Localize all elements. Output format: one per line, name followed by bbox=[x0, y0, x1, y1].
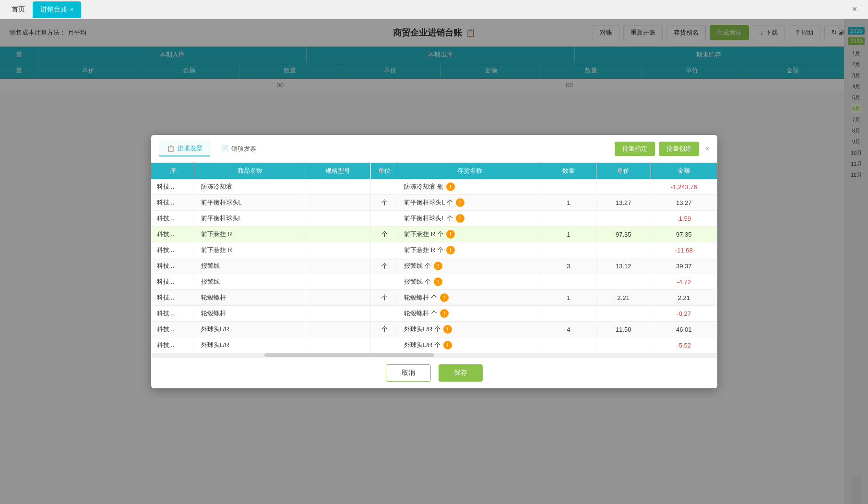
table-row[interactable]: 科技... 报警线 个 报警线 个 ! 3 13.12 39.37 bbox=[151, 258, 717, 274]
col-price: 单价 bbox=[596, 163, 651, 179]
cell-qty: 1 bbox=[541, 290, 596, 306]
col-unit: 单位 bbox=[371, 163, 398, 179]
warning-icon: ! bbox=[443, 325, 452, 334]
cell-unit: 个 bbox=[371, 290, 398, 306]
cell-company: 科技... bbox=[151, 179, 195, 195]
cell-price: 13.27 bbox=[596, 195, 651, 211]
cell-company: 科技... bbox=[151, 242, 195, 258]
cell-company: 科技... bbox=[151, 211, 195, 227]
modal-table[interactable]: 序 商品名称 规格型号 单位 存货名称 数量 单价 金额 科技... 防冻冷却液 bbox=[151, 163, 717, 353]
warning-icon: ! bbox=[456, 198, 464, 207]
tab-close-icon[interactable]: × bbox=[70, 6, 73, 13]
table-row[interactable]: 科技... 外球头L/R 个 外球头L/R 个 ! 4 11.50 46.01 bbox=[151, 322, 717, 337]
cell-storage: 报警线 个 ! bbox=[398, 258, 541, 274]
cell-spec bbox=[305, 179, 370, 195]
table-row[interactable]: 科技... 前平衡杆球头L 前平衡杆球头L 个 ! -1.59 bbox=[151, 211, 717, 227]
warning-icon: ! bbox=[446, 246, 455, 254]
cell-qty bbox=[541, 337, 596, 353]
cell-product: 外球头L/R bbox=[195, 322, 305, 337]
cell-product: 前平衡杆球头L bbox=[195, 195, 305, 211]
cell-spec bbox=[305, 242, 370, 258]
cell-product: 前平衡杆球头L bbox=[195, 211, 305, 227]
warning-icon: ! bbox=[456, 214, 464, 223]
cell-product: 轮毂螺杆 bbox=[195, 306, 305, 322]
warning-icon: ! bbox=[446, 182, 455, 191]
cell-amount: -1.59 bbox=[651, 211, 717, 227]
invoice-table: 序 商品名称 规格型号 单位 存货名称 数量 单价 金额 科技... 防冻冷却液 bbox=[151, 163, 717, 353]
warning-icon: ! bbox=[440, 293, 449, 302]
warning-icon: ! bbox=[440, 309, 449, 318]
modal-close-button[interactable]: × bbox=[705, 144, 709, 153]
cell-price bbox=[596, 242, 651, 258]
table-row[interactable]: 科技... 外球头L/R 外球头L/R 个 ! -5.52 bbox=[151, 337, 717, 353]
scrollbar-thumb[interactable] bbox=[264, 353, 434, 357]
cell-unit: 个 bbox=[371, 227, 398, 242]
cell-spec bbox=[305, 274, 370, 290]
tab-home[interactable]: 首页 bbox=[4, 1, 33, 18]
col-spec: 规格型号 bbox=[305, 163, 370, 179]
cell-product: 防冻冷却液 bbox=[195, 179, 305, 195]
modal-dialog: 📋 进项发票 📄 销项发票 批量指定 批量创建 × bbox=[151, 135, 717, 388]
warning-icon: ! bbox=[446, 230, 455, 239]
tab-ledger[interactable]: 进销台账 × bbox=[33, 1, 81, 18]
table-row[interactable]: 科技... 前平衡杆球头L 个 前平衡杆球头L 个 ! 1 13.27 13.2… bbox=[151, 195, 717, 211]
cell-storage: 前下悬挂 R 个 ! bbox=[398, 242, 541, 258]
cell-company: 科技... bbox=[151, 337, 195, 353]
modal-header-buttons: 批量指定 批量创建 bbox=[615, 142, 699, 156]
cell-storage: 前平衡杆球头L 个 ! bbox=[398, 195, 541, 211]
tab-input-invoice[interactable]: 📋 进项发票 bbox=[159, 141, 211, 156]
cell-product: 报警线 bbox=[195, 258, 305, 274]
col-company: 序 bbox=[151, 163, 195, 179]
cell-storage: 轮毂螺杆 个 ! bbox=[398, 306, 541, 322]
table-row[interactable]: 科技... 防冻冷却液 防冻冷却液 瓶 ! -1,243.76 bbox=[151, 179, 717, 195]
cell-company: 科技... bbox=[151, 274, 195, 290]
table-row[interactable]: 科技... 轮毂螺杆 轮毂螺杆 个 ! -0.27 bbox=[151, 306, 717, 322]
cell-spec bbox=[305, 306, 370, 322]
cell-qty: 4 bbox=[541, 322, 596, 337]
cell-amount: -5.52 bbox=[651, 337, 717, 353]
cell-amount: 13.27 bbox=[651, 195, 717, 211]
tab-output-invoice[interactable]: 📄 销项发票 bbox=[213, 141, 264, 156]
cell-company: 科技... bbox=[151, 306, 195, 322]
col-qty: 数量 bbox=[541, 163, 596, 179]
cell-qty: 3 bbox=[541, 258, 596, 274]
cell-spec bbox=[305, 227, 370, 242]
cell-spec bbox=[305, 290, 370, 306]
horizontal-scrollbar[interactable] bbox=[152, 353, 717, 357]
cell-storage: 报警线 个 ! bbox=[398, 274, 541, 290]
cell-spec bbox=[305, 322, 370, 337]
cell-amount: 2.21 bbox=[651, 290, 717, 306]
table-row[interactable]: 科技... 报警线 报警线 个 ! -4.72 bbox=[151, 274, 717, 290]
table-row[interactable]: 科技... 前下悬挂 R 前下悬挂 R 个 ! -11.68 bbox=[151, 242, 717, 258]
cell-product: 报警线 bbox=[195, 274, 305, 290]
bulk-assign-button[interactable]: 批量指定 bbox=[615, 142, 655, 156]
save-button[interactable]: 保存 bbox=[439, 364, 483, 382]
cell-company: 科技... bbox=[151, 227, 195, 242]
cell-company: 科技... bbox=[151, 290, 195, 306]
cell-spec bbox=[305, 258, 370, 274]
cell-price bbox=[596, 306, 651, 322]
table-row[interactable]: 科技... 轮毂螺杆 个 轮毂螺杆 个 ! 1 2.21 2.21 bbox=[151, 290, 717, 306]
cell-amount: 97.35 bbox=[651, 227, 717, 242]
cell-amount: -0.27 bbox=[651, 306, 717, 322]
cell-price: 2.21 bbox=[596, 290, 651, 306]
cell-qty bbox=[541, 242, 596, 258]
cell-price: 11.50 bbox=[596, 322, 651, 337]
cell-amount: 39.37 bbox=[651, 258, 717, 274]
cell-price bbox=[596, 211, 651, 227]
cell-unit: 个 bbox=[371, 322, 398, 337]
cell-product: 前下悬挂 R bbox=[195, 227, 305, 242]
cell-storage: 前下悬挂 R 个 ! bbox=[398, 227, 541, 242]
cell-amount: -11.68 bbox=[651, 242, 717, 258]
cell-product: 外球头L/R bbox=[195, 337, 305, 353]
cancel-button[interactable]: 取消 bbox=[386, 364, 431, 382]
input-invoice-label: 进项发票 bbox=[178, 144, 202, 153]
window-close-button[interactable]: × bbox=[845, 0, 864, 19]
cell-price bbox=[596, 179, 651, 195]
cell-product: 轮毂螺杆 bbox=[195, 290, 305, 306]
bulk-create-button[interactable]: 批量创建 bbox=[659, 142, 699, 156]
table-row[interactable]: 科技... 前下悬挂 R 个 前下悬挂 R 个 ! 1 97.35 97.35 bbox=[151, 227, 717, 242]
tab-ledger-label: 进销台账 bbox=[40, 5, 67, 14]
cell-company: 科技... bbox=[151, 258, 195, 274]
cell-storage: 外球头L/R 个 ! bbox=[398, 337, 541, 353]
